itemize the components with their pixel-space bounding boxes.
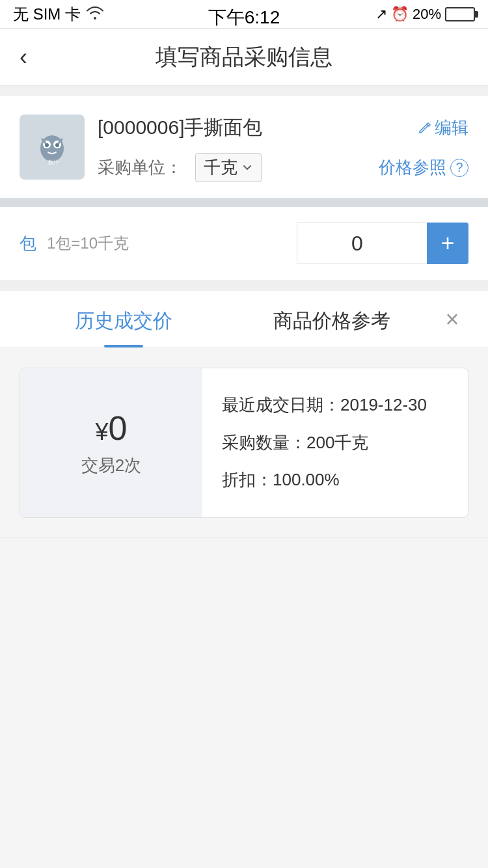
status-time: 下午6:12 <box>208 5 280 30</box>
product-section: 数汁 [0000006]手撕面包 编辑 采购单位： 千克 <box>0 96 488 198</box>
edit-label: 编辑 <box>435 116 468 139</box>
status-bar: 无 SIM 卡 下午6:12 ↗ ⏰ 20% <box>0 0 488 29</box>
quantity-section: 包 1包=10千克 + <box>0 207 488 280</box>
svg-point-0 <box>40 135 64 161</box>
quantity-input-group: + <box>297 223 468 264</box>
quantity-left: 包 1包=10千克 <box>20 232 129 255</box>
purchase-qty-row: 采购数量：200千克 <box>222 429 448 457</box>
product-info: [0000006]手撕面包 编辑 采购单位： 千克 价格 <box>98 115 468 182</box>
svg-text:数汁: 数汁 <box>48 159 59 165</box>
product-name: [0000006]手撕面包 <box>98 115 262 141</box>
product-unit-row: 采购单位： 千克 价格参照 ? <box>98 153 468 182</box>
quantity-input[interactable] <box>297 223 427 264</box>
unit-icon: 包 <box>20 232 36 255</box>
product-image: 数汁 <box>20 115 85 180</box>
main-content <box>0 538 488 868</box>
nav-bar: ‹ 填写商品采购信息 <box>0 29 488 86</box>
tab-history-label: 历史成交价 <box>75 310 172 331</box>
last-trade-date-row: 最近成交日期：2019-12-30 <box>222 392 448 419</box>
purchase-qty-label: 采购数量： <box>222 433 306 452</box>
price-card-left: ¥0 交易2次 <box>20 368 202 517</box>
quantity-plus-button[interactable]: + <box>427 223 468 264</box>
status-right: ↗ ⏰ 20% <box>375 6 475 23</box>
price-card: ¥0 交易2次 最近成交日期：2019-12-30 采购数量：200千克 折扣：… <box>20 368 468 518</box>
price-amount: ¥0 <box>96 409 128 448</box>
discount-label: 折扣： <box>222 470 273 489</box>
price-value: 0 <box>109 409 128 447</box>
tab-price-reference[interactable]: 商品价格参考 <box>228 291 436 347</box>
section-divider <box>0 198 488 207</box>
battery-icon <box>445 7 475 21</box>
unit-select[interactable]: 千克 <box>195 153 262 182</box>
wifi-icon <box>86 5 104 23</box>
unit-label: 采购单位： <box>98 157 182 177</box>
page-title: 填写商品采购信息 <box>156 42 332 72</box>
discount-row: 折扣：100.00% <box>222 467 448 494</box>
edit-icon <box>418 121 432 135</box>
back-button[interactable]: ‹ <box>20 37 34 77</box>
location-icon: ↗ <box>375 6 387 23</box>
trade-count: 交易2次 <box>81 454 141 477</box>
price-reference-button[interactable]: 价格参照 ? <box>379 156 468 179</box>
alarm-icon: ⏰ <box>391 6 409 23</box>
product-logo-icon: 数汁 <box>33 128 72 167</box>
price-card-right: 最近成交日期：2019-12-30 采购数量：200千克 折扣：100.00% <box>202 368 468 517</box>
unit-left: 采购单位： 千克 <box>98 153 262 182</box>
price-ref-label: 价格参照 <box>379 156 446 179</box>
last-trade-date: 2019-12-30 <box>340 395 427 414</box>
unit-conversion: 1包=10千克 <box>47 233 129 254</box>
purchase-qty-value: 200千克 <box>306 433 368 452</box>
status-left: 无 SIM 卡 <box>13 4 104 25</box>
tab-content: ¥0 交易2次 最近成交日期：2019-12-30 采购数量：200千克 折扣：… <box>0 348 488 537</box>
tab-price-ref-label: 商品价格参考 <box>273 310 390 331</box>
unit-value: 千克 <box>204 156 237 179</box>
tab-history-price[interactable]: 历史成交价 <box>20 291 228 347</box>
sim-signal: 无 SIM 卡 <box>13 4 81 25</box>
product-header: [0000006]手撕面包 编辑 <box>98 115 468 141</box>
chevron-down-icon <box>241 162 253 174</box>
tabs-section: 历史成交价 商品价格参考 × ¥0 交易2次 最近成交日期：2019-12-30… <box>0 291 488 538</box>
tab-close-button[interactable]: × <box>436 303 468 336</box>
discount-value: 100.00% <box>273 470 340 489</box>
last-trade-label: 最近成交日期： <box>222 395 340 414</box>
edit-button[interactable]: 编辑 <box>418 116 468 139</box>
battery-percent: 20% <box>413 6 441 23</box>
tabs-header: 历史成交价 商品价格参考 × <box>0 291 488 348</box>
help-icon: ? <box>450 159 468 177</box>
price-currency: ¥ <box>96 418 109 445</box>
